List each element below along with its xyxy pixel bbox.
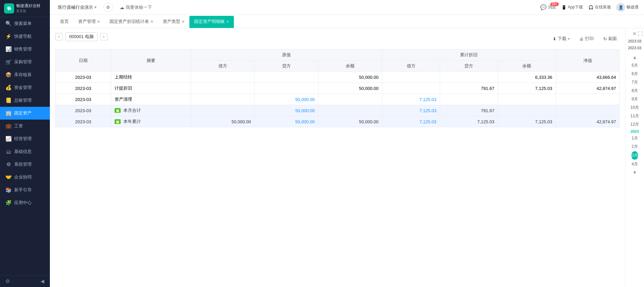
system-icon: ⚙	[5, 161, 11, 167]
timeline-month-2[interactable]: 2月	[630, 142, 639, 151]
asset-nav: ‹ 000001 电脑 ›	[55, 32, 108, 41]
sidebar-item-inventory[interactable]: 📦 库存核算	[0, 68, 50, 81]
toolbar-right: ⬇ 下载 ▾ 🖨 打印 ↻ 刷新	[550, 34, 620, 43]
sidebar-item-quicknav[interactable]: ⚡ 快捷导航	[0, 30, 50, 43]
refresh-btn[interactable]: ↻ 刷新	[601, 34, 620, 43]
sidebar-item-guide[interactable]: 📚 新手引导	[0, 184, 50, 196]
col-date: 日期	[56, 50, 111, 72]
app-download-btn[interactable]: 📱 App下载	[561, 4, 583, 10]
timeline-month-11[interactable]: 11月	[631, 112, 639, 120]
timeline-month-8[interactable]: 8月	[631, 87, 639, 95]
sidebar-item-fixedasset[interactable]: 🏢 固定资产	[0, 107, 50, 120]
timeline-month-3[interactable]: 3月	[632, 151, 638, 160]
sidebar-item-purchase[interactable]: 🛒 采购管理	[0, 56, 50, 68]
table-row: 2023-03▣ 本年累计50,000.0050,000.0050,000.00…	[56, 116, 620, 127]
col-accumulated-dep-group: 累计折旧	[382, 50, 556, 61]
tab-assets-close[interactable]: ✕	[97, 20, 100, 24]
next-asset-btn[interactable]: ›	[100, 33, 108, 40]
sales-icon: 📊	[5, 46, 11, 52]
col-original-value-group: 原值	[191, 50, 382, 61]
tab-asset-type-close[interactable]: ✕	[182, 20, 185, 24]
cloud-icon: ☁	[120, 5, 124, 10]
collab-icon: 🤝	[5, 174, 11, 180]
sidebar: 畅 畅捷通好业财 普及版 🔍 搜索菜单 ⚡ 快捷导航 📊 销售管理 🛒 采购管理…	[0, 0, 50, 287]
sidebar-logo: 畅 畅捷通好业财 普及版	[0, 0, 50, 17]
print-icon: 🖨	[579, 36, 584, 41]
expand-panel-btn[interactable]: ⛶	[638, 31, 643, 36]
col-net-value: 净值	[556, 50, 619, 72]
funds-icon: 💰	[5, 85, 11, 91]
col-orig-debit: 借方	[191, 61, 254, 72]
topbar-settings-btn[interactable]: ⚙	[103, 3, 113, 12]
timeline-month-4[interactable]: 4月	[630, 160, 639, 168]
search-icon: 🔍	[5, 21, 11, 27]
timeline-month-10[interactable]: 10月	[631, 103, 639, 112]
timeline-month-5[interactable]: 5月	[631, 61, 639, 70]
download-btn[interactable]: ⬇ 下载 ▾	[550, 34, 573, 43]
tabbar: 首页 资产管理 ✕ 固定资产折旧统计表 ✕ 资产类型 ✕ 固定资产明细账 ✕	[50, 15, 644, 28]
col-orig-credit: 贷方	[254, 61, 318, 72]
timeline-month-1[interactable]: 1月	[630, 134, 639, 142]
tab-asset-detail-close[interactable]: ✕	[226, 20, 229, 24]
message-icon: 💬	[540, 4, 547, 10]
user-avatar: 👤	[616, 3, 625, 12]
sidebar-item-salary[interactable]: 💼 工资	[0, 120, 50, 132]
sidebar-item-sales[interactable]: 📊 销售管理	[0, 43, 50, 56]
sidebar-item-funds[interactable]: 💰 资金管理	[0, 81, 50, 94]
print-btn[interactable]: 🖨 打印	[577, 34, 596, 43]
download-icon: ⬇	[553, 36, 556, 41]
sidebar-item-operations[interactable]: 📈 经营管理	[0, 132, 50, 145]
tab-depreciation-close[interactable]: ✕	[150, 20, 153, 24]
fixedasset-icon: 🏢	[5, 110, 11, 116]
guide-icon: 📚	[5, 187, 11, 193]
settings-bottom-icon[interactable]: ⚙	[5, 278, 10, 284]
tab-asset-detail[interactable]: 固定资产明细账 ✕	[189, 16, 234, 28]
timeline-months-section1: 5月 6月 7月 8月 9月 10月 11月 12月	[631, 61, 639, 129]
experience-btn[interactable]: ☁ 我要体验一下	[117, 3, 155, 12]
timeline-year-2023: 2023	[631, 129, 639, 134]
tab-home[interactable]: 首页	[55, 16, 73, 28]
service-btn[interactable]: 🎧 在线客服	[588, 4, 611, 10]
table-row: 2023-03资产清理50,000.007,125.03	[56, 94, 620, 105]
asset-code: 000001 电脑	[65, 32, 97, 41]
tab-assets[interactable]: 资产管理 ✕	[73, 16, 105, 28]
sidebar-item-collab[interactable]: 🤝 企业协同	[0, 171, 50, 184]
asset-detail-table: 日期 摘要 原值 累计折旧 净值 借方 贷方 余额 借方 贷方 余额	[55, 49, 620, 127]
app-version: 普及版	[16, 9, 40, 13]
close-panel-btn[interactable]: ✕	[633, 31, 637, 36]
sidebar-item-apps[interactable]: 🧩 应用中心	[0, 196, 50, 209]
content-area: ‹ 000001 电脑 › ⬇ 下载 ▾ 🖨 打印	[50, 28, 644, 287]
col-summary: 摘要	[111, 50, 191, 72]
sidebar-item-system[interactable]: ⚙ 系统管理	[0, 158, 50, 171]
inventory-icon: 📦	[5, 72, 11, 78]
sidebar-item-search[interactable]: 🔍 搜索菜单	[0, 17, 50, 30]
timeline-top-date2[interactable]: 2023.03	[625, 44, 644, 51]
operations-icon: 📈	[5, 136, 11, 142]
tab-asset-type[interactable]: 资产类型 ✕	[158, 16, 189, 28]
chevron-right-icon: ›	[103, 34, 104, 39]
app-name: 畅捷通好业财	[16, 3, 40, 9]
timeline-month-9[interactable]: 9月	[631, 95, 639, 103]
collapse-sidebar-icon[interactable]: ◀	[40, 278, 44, 284]
timeline-month-7[interactable]: 7月	[631, 78, 639, 87]
tab-depreciation[interactable]: 固定资产折旧统计表 ✕	[105, 16, 158, 28]
topbar: 医疗器械行业演示 ▾ ⚙ ☁ 我要体验一下 💬 消息 99+ 📱 App下载 🎧…	[50, 0, 644, 15]
chevron-left-icon: ‹	[58, 34, 60, 39]
table-row: 2023-03计提折旧50,000.00791.677,125.0342,874…	[56, 83, 620, 94]
company-selector[interactable]: 医疗器械行业演示 ▾	[55, 3, 99, 12]
sidebar-item-general[interactable]: 📒 总账管理	[0, 94, 50, 107]
timeline-month-12[interactable]: 12月	[631, 120, 639, 129]
sidebar-nav: 🔍 搜索菜单 ⚡ 快捷导航 📊 销售管理 🛒 采购管理 📦 库存核算 💰 资金管…	[0, 17, 50, 275]
purchase-icon: 🛒	[5, 59, 11, 65]
timeline-scroll-up[interactable]: ▲	[631, 53, 639, 61]
sidebar-item-basic[interactable]: 🗂 基础信息	[0, 145, 50, 158]
timeline-scroll-down[interactable]: ▼	[631, 168, 639, 177]
timeline-month-6[interactable]: 6月	[631, 70, 639, 78]
timeline-top-date1[interactable]: 2023.03	[625, 38, 644, 44]
message-btn[interactable]: 💬 消息 99+	[540, 4, 556, 10]
col-accum-credit: 贷方	[440, 61, 498, 72]
user-btn[interactable]: 👤 畅捷通	[616, 3, 639, 12]
table-row: 2023-03▣ 本月合计50,000.007,125.03791.67	[56, 105, 620, 116]
prev-asset-btn[interactable]: ‹	[55, 33, 63, 40]
table-row: 2023-03上期结转50,000.006,333.3643,666.64	[56, 72, 620, 83]
